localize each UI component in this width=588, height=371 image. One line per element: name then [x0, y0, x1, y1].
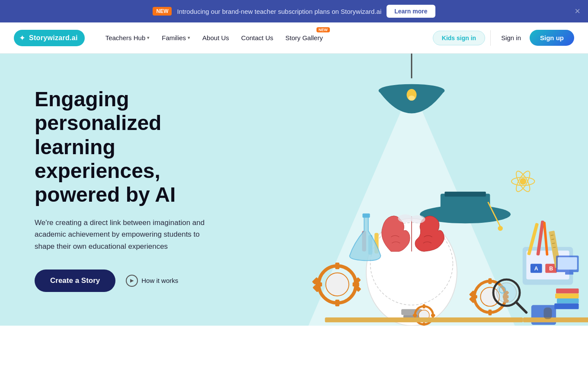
svg-rect-78 [543, 308, 552, 319]
svg-point-69 [520, 178, 526, 184]
nav-label-story-gallery: Story Gallery [285, 34, 323, 41]
nav-divider [490, 30, 491, 46]
svg-rect-76 [523, 317, 588, 322]
hero-section: Engaging personalized learning experienc… [0, 54, 588, 326]
svg-rect-6 [441, 194, 490, 217]
hero-actions: Create a Story ▶ How it works [35, 270, 216, 292]
svg-line-58 [516, 302, 527, 313]
svg-text:A: A [534, 266, 538, 272]
svg-rect-79 [556, 289, 579, 293]
kids-signin-button[interactable]: Kids sign in [433, 31, 485, 45]
nav-links: Teachers Hub ▾ Families ▾ About Us Conta… [100, 31, 429, 45]
navbar: ✦ Storywizard.ai Teachers Hub ▾ Families… [0, 22, 588, 54]
announcement-banner: NEW Introducing our brand-new teacher su… [0, 0, 588, 22]
logo-text: Storywizard.ai [29, 34, 78, 42]
nav-item-contact-us[interactable]: Contact Us [236, 31, 278, 45]
nav-item-families[interactable]: Families ▾ [157, 31, 195, 45]
chevron-down-icon: ▾ [147, 35, 150, 41]
logo-link[interactable]: ✦ Storywizard.ai [14, 30, 85, 46]
svg-point-9 [498, 226, 503, 231]
svg-rect-32 [489, 310, 492, 315]
svg-rect-31 [489, 278, 492, 284]
create-story-button[interactable]: Create a Story [35, 270, 115, 292]
signup-button[interactable]: Sign up [530, 30, 574, 46]
svg-rect-80 [555, 294, 578, 298]
nav-item-about-us[interactable]: About Us [197, 31, 234, 45]
svg-rect-75 [565, 272, 573, 275]
nav-actions: Kids sign in Sign in Sign up [433, 30, 574, 46]
svg-point-30 [480, 287, 499, 306]
nav-label-contact-us: Contact Us [241, 34, 273, 41]
svg-text:B: B [549, 266, 553, 272]
how-it-works-label: How it works [141, 277, 178, 284]
nav-label-families: Families [162, 34, 186, 41]
svg-rect-48 [362, 213, 370, 218]
svg-rect-77 [325, 317, 523, 322]
learn-more-button[interactable]: Learn more [387, 5, 435, 18]
hero-title: Engaging personalized learning experienc… [35, 87, 216, 206]
nav-item-teachers-hub[interactable]: Teachers Hub ▾ [100, 31, 155, 45]
how-it-works-link[interactable]: ▶ How it works [126, 275, 178, 287]
new-badge: NEW [153, 7, 172, 16]
svg-rect-22 [335, 300, 339, 306]
svg-point-57 [497, 283, 517, 303]
nav-label-about-us: About Us [202, 34, 229, 41]
hero-subtitle: We're creating a direct link between ima… [35, 217, 216, 252]
hero-illustration: A B → [235, 54, 588, 326]
logo: ✦ Storywizard.ai [14, 30, 85, 46]
hero-content: Engaging personalized learning experienc… [0, 61, 251, 318]
svg-rect-82 [554, 303, 578, 309]
nav-label-teachers-hub: Teachers Hub [105, 34, 146, 41]
chevron-down-icon: ▾ [188, 35, 190, 41]
logo-icon: ✦ [19, 33, 26, 43]
banner-text: Introducing our brand-new teacher subscr… [177, 8, 381, 15]
svg-rect-74 [558, 257, 577, 270]
svg-rect-41 [423, 304, 425, 308]
play-icon: ▶ [126, 275, 138, 287]
new-badge-story-gallery: NEW [316, 27, 330, 32]
close-banner-button[interactable]: × [575, 6, 580, 16]
svg-point-15 [410, 215, 425, 223]
svg-point-20 [326, 273, 348, 296]
svg-rect-44 [413, 314, 417, 317]
nav-item-story-gallery[interactable]: Story Gallery NEW [280, 31, 328, 45]
signin-button[interactable]: Sign in [496, 31, 526, 45]
svg-rect-42 [423, 322, 425, 326]
svg-rect-43 [431, 314, 435, 317]
svg-rect-7 [444, 192, 486, 197]
svg-point-4 [408, 95, 415, 100]
hero-svg: A B → [235, 54, 588, 326]
svg-rect-21 [335, 263, 339, 269]
svg-rect-81 [557, 298, 579, 303]
